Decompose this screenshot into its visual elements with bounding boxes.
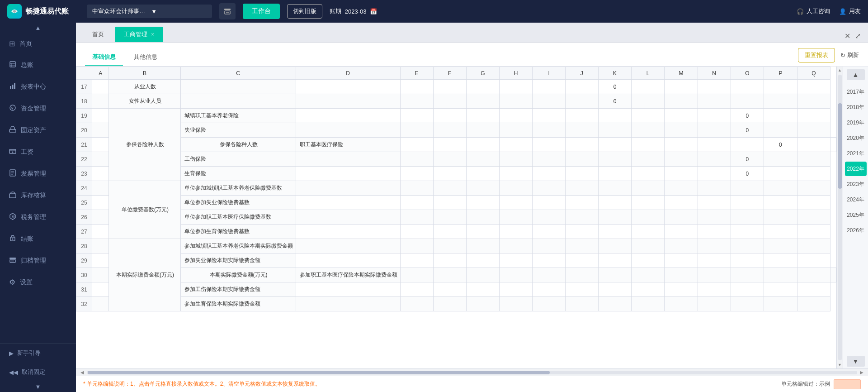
cell-F[interactable] xyxy=(433,94,466,109)
old-version-button[interactable]: 切到旧版 xyxy=(287,4,322,19)
consult-button[interactable]: 🎧 人工咨询 xyxy=(797,7,830,15)
year-item[interactable]: 2019年 xyxy=(845,115,867,130)
cell-D[interactable] xyxy=(400,138,433,152)
cell-J[interactable] xyxy=(565,282,598,297)
cell-E[interactable] xyxy=(433,268,466,282)
cell-P[interactable] xyxy=(764,239,797,253)
cell-M[interactable] xyxy=(665,123,698,138)
cell-O[interactable] xyxy=(731,94,764,109)
cell-J[interactable] xyxy=(565,239,598,253)
cell-M[interactable] xyxy=(665,80,698,94)
cell-M[interactable] xyxy=(665,253,698,268)
sidebar-item-finance[interactable]: ¥ 资金管理 xyxy=(0,98,76,120)
cell-H[interactable] xyxy=(533,138,566,152)
cell-F[interactable] xyxy=(433,196,466,210)
cell-D[interactable] xyxy=(400,268,433,282)
cell-J[interactable] xyxy=(565,297,598,311)
cell-B[interactable]: 本期实际缴费金额(万元) xyxy=(109,239,180,311)
cell-L[interactable] xyxy=(632,239,665,253)
cell-A[interactable] xyxy=(92,268,108,282)
cell-P[interactable] xyxy=(764,123,797,138)
sidebar-item-settings[interactable]: ⚙ 设置 xyxy=(0,272,76,293)
cell-N[interactable] xyxy=(698,225,731,239)
cell-Q[interactable] xyxy=(797,94,830,109)
cell-O[interactable]: 0 xyxy=(731,152,764,167)
cell-L[interactable] xyxy=(632,94,665,109)
cell-H[interactable] xyxy=(500,225,533,239)
cell-I[interactable] xyxy=(533,152,566,167)
cell-L[interactable] xyxy=(632,80,665,94)
scroll-up-arrow[interactable]: ▲ xyxy=(837,67,843,74)
cell-K[interactable] xyxy=(598,253,631,268)
tab-expand-btn[interactable]: ⤢ xyxy=(855,32,861,40)
cell-P[interactable] xyxy=(764,225,797,239)
cell-F[interactable] xyxy=(433,167,466,181)
cell-E[interactable] xyxy=(400,94,433,109)
cell-J[interactable] xyxy=(565,253,598,268)
cell-L[interactable] xyxy=(632,210,665,225)
spreadsheet-inner[interactable]: A B C D E F G H I J K L xyxy=(76,67,836,368)
cell-H[interactable] xyxy=(500,167,533,181)
cell-P[interactable] xyxy=(764,109,797,123)
cell-N[interactable] xyxy=(698,196,731,210)
cell-M[interactable] xyxy=(665,181,698,196)
cell-M[interactable] xyxy=(665,94,698,109)
cell-M[interactable] xyxy=(665,196,698,210)
cell-P[interactable] xyxy=(797,268,830,282)
cell-L[interactable] xyxy=(665,268,698,282)
cell-K[interactable] xyxy=(598,109,631,123)
cell-E[interactable] xyxy=(400,80,433,94)
cell-K[interactable] xyxy=(598,181,631,196)
cell-C[interactable]: 失业保险 xyxy=(180,123,296,138)
cell-J[interactable] xyxy=(598,268,631,282)
cell-B[interactable]: 参保各险种人数 xyxy=(109,109,180,181)
cell-K[interactable] xyxy=(632,268,665,282)
cell-I[interactable] xyxy=(565,138,598,152)
cell-A[interactable] xyxy=(92,152,108,167)
cell-O[interactable] xyxy=(731,181,764,196)
cell-F[interactable] xyxy=(433,80,466,94)
cell-I[interactable] xyxy=(533,123,566,138)
cell-H[interactable] xyxy=(500,152,533,167)
cell-J[interactable] xyxy=(565,109,598,123)
cell-L[interactable] xyxy=(665,138,698,152)
archive-button[interactable] xyxy=(219,3,236,19)
cell-K[interactable] xyxy=(598,239,631,253)
cell-I[interactable] xyxy=(533,109,566,123)
sidebar-item-inventory[interactable]: 库存核算 xyxy=(0,185,76,206)
tab-industrial[interactable]: 工商管理 × xyxy=(115,27,163,42)
cell-H[interactable] xyxy=(500,196,533,210)
cell-D[interactable] xyxy=(296,123,400,138)
cell-O[interactable]: 0 xyxy=(731,123,764,138)
cell-G[interactable] xyxy=(466,167,499,181)
cell-P[interactable] xyxy=(764,167,797,181)
year-item[interactable]: 2017年 xyxy=(845,85,867,99)
cell-N[interactable] xyxy=(698,109,731,123)
cell-C[interactable]: 参加城镇职工基本养老保险本期实际缴费金额 xyxy=(180,239,296,253)
cell-P[interactable] xyxy=(764,253,797,268)
cell-N[interactable] xyxy=(698,282,731,297)
cell-G[interactable] xyxy=(466,253,499,268)
cell-K[interactable] xyxy=(598,196,631,210)
cell-O[interactable] xyxy=(731,253,764,268)
cell-D[interactable] xyxy=(296,297,400,311)
cell-F[interactable] xyxy=(433,297,466,311)
refresh-button[interactable]: ↻ 刷新 xyxy=(840,51,859,59)
cell-D[interactable] xyxy=(296,109,400,123)
cell-H[interactable] xyxy=(500,210,533,225)
cell-E[interactable] xyxy=(400,152,433,167)
reset-report-button[interactable]: 重置报表 xyxy=(798,48,835,62)
user-area[interactable]: 👤 用友 xyxy=(839,7,861,15)
cell-P[interactable] xyxy=(764,94,797,109)
scroll-track[interactable] xyxy=(838,75,842,360)
cell-M[interactable] xyxy=(665,239,698,253)
cell-I[interactable] xyxy=(533,282,566,297)
cell-G[interactable] xyxy=(466,297,499,311)
cell-P[interactable] xyxy=(764,297,797,311)
cell-H[interactable] xyxy=(500,181,533,196)
cell-N[interactable] xyxy=(698,94,731,109)
cell-P[interactable] xyxy=(764,181,797,196)
cell-H[interactable] xyxy=(500,109,533,123)
cell-B[interactable]: 本期实际缴费金额(万元) xyxy=(180,268,296,282)
cell-A[interactable] xyxy=(92,297,108,311)
